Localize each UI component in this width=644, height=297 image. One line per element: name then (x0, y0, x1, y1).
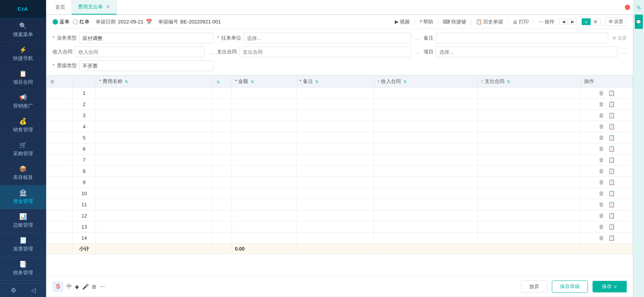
sidebar-item-marketing[interactable]: 📢 营销推广 (0, 90, 46, 114)
row-income-contract-cell[interactable] (374, 99, 477, 110)
delete-row-button[interactable]: 🗑 (597, 201, 606, 208)
delete-row-button[interactable]: 🗑 (597, 123, 606, 130)
row-amount-cell[interactable] (232, 210, 296, 221)
sidebar-item-tax[interactable]: 📑 税务管理 (0, 257, 46, 280)
copy-row-button[interactable]: 📋 (607, 156, 616, 164)
right-panel-attach[interactable]: 📎 (635, 0, 643, 15)
sidebar-item-assets[interactable]: 🏢 固定资产 (0, 280, 46, 283)
row-income-contract-cell[interactable] (374, 132, 477, 143)
col-note-header[interactable]: * 备注 ⇅ (296, 76, 374, 88)
copy-row-button[interactable]: 📋 (607, 123, 616, 130)
delete-row-button[interactable]: 🗑 (597, 167, 606, 175)
col-expense-contract-header[interactable]: ↑ 支出合同 ⇅ (477, 76, 581, 88)
delete-row-button[interactable]: 🗑 (597, 111, 606, 119)
row-note-cell[interactable] (296, 210, 374, 221)
row-expense-name-cell[interactable] (96, 110, 212, 121)
row-income-contract-cell[interactable] (374, 210, 477, 221)
copy-row-button[interactable]: 📋 (607, 89, 616, 97)
delete-row-button[interactable]: 🗑 (597, 189, 606, 197)
row-note-cell[interactable] (296, 99, 374, 110)
sidebar-item-sales[interactable]: 💰 销售管理 (0, 114, 46, 138)
row-expense-contract-cell[interactable] (477, 88, 581, 99)
delete-row-button[interactable]: 🗑 (597, 89, 606, 97)
row-amount-cell[interactable] (232, 232, 296, 244)
row-expense-name-cell[interactable] (96, 132, 212, 143)
delete-row-button[interactable]: 🗑 (597, 178, 606, 186)
delete-row-button[interactable]: 🗑 (597, 223, 606, 231)
row-expense-contract-cell[interactable] (477, 121, 581, 132)
row-expense-contract-cell[interactable] (477, 177, 581, 188)
row-amount-cell[interactable] (232, 221, 296, 232)
copy-row-button[interactable]: 📋 (607, 189, 616, 197)
copy-row-button[interactable]: 📋 (607, 145, 616, 153)
sidebar-item-invoice[interactable]: 🧾 发票管理 (0, 233, 46, 257)
remark-input[interactable] (436, 33, 608, 43)
col-sort-header[interactable]: ⇅ (212, 76, 232, 88)
red-bill-option[interactable]: 红单 (73, 18, 89, 25)
sidebar-item-accounting[interactable]: 📊 总账管理 (0, 209, 46, 233)
delete-row-button[interactable]: 🗑 (597, 156, 606, 164)
expense-contract-input[interactable] (239, 46, 411, 57)
copy-row-button[interactable]: 📋 (607, 234, 616, 242)
row-amount-cell[interactable] (232, 99, 296, 110)
discard-button[interactable]: 放弃 (521, 280, 547, 293)
save-draft-button[interactable]: 保存草稿 (552, 280, 588, 293)
row-expense-name-cell[interactable] (96, 166, 212, 177)
row-income-contract-cell[interactable] (374, 166, 477, 177)
row-amount-cell[interactable] (232, 132, 296, 143)
row-note-cell[interactable] (296, 177, 374, 188)
row-expense-name-cell[interactable] (96, 121, 212, 132)
invoice-type-select[interactable]: 不开票 (79, 60, 214, 71)
row-note-cell[interactable] (296, 221, 374, 232)
row-income-contract-cell[interactable] (374, 188, 477, 199)
tab-close-icon[interactable]: ✕ (106, 4, 110, 10)
sidebar-item-purchase[interactable]: 🛒 采购管理 (0, 138, 46, 161)
red-radio[interactable] (73, 19, 78, 25)
col-settings-header[interactable]: ⚙ (47, 76, 73, 88)
row-income-contract-cell[interactable] (374, 221, 477, 232)
row-expense-contract-cell[interactable] (477, 110, 581, 121)
row-note-cell[interactable] (296, 143, 374, 154)
row-expense-contract-cell[interactable] (477, 154, 581, 166)
remark-set-icon[interactable]: ⚙ 设置 (612, 35, 627, 41)
sidebar-item-project[interactable]: 📋 项目合同 (0, 66, 46, 90)
copy-row-button[interactable]: 📋 (607, 134, 616, 141)
row-note-cell[interactable] (296, 121, 374, 132)
income-contract-input[interactable] (75, 46, 205, 57)
row-expense-name-cell[interactable] (96, 177, 212, 188)
row-expense-contract-cell[interactable] (477, 188, 581, 199)
save-button[interactable]: 保存 ∨ (593, 281, 627, 292)
row-note-cell[interactable] (296, 88, 374, 99)
copy-row-button[interactable]: 📋 (607, 178, 616, 186)
sidebar-item-inventory[interactable]: 📦 库存核算 (0, 161, 46, 185)
row-expense-name-cell[interactable] (96, 154, 212, 166)
row-amount-cell[interactable] (232, 177, 296, 188)
settings-bottom-icon[interactable]: ⚙ (11, 287, 16, 294)
partner-more-icon[interactable]: … (415, 35, 421, 41)
income-contract-more[interactable]: … (209, 49, 214, 55)
sidebar-item-capital[interactable]: 🏦 资金管理 (0, 185, 46, 209)
sidebar-item-search[interactable]: 🔍 搜索菜单 (0, 18, 46, 42)
row-expense-name-cell[interactable] (96, 188, 212, 199)
row-income-contract-cell[interactable] (374, 154, 477, 166)
sort-icon[interactable]: ⇅ (125, 80, 128, 84)
delete-row-button[interactable]: 🗑 (597, 234, 606, 242)
shortcut-action[interactable]: ⌨ 快捷键 (443, 18, 466, 25)
row-expense-name-cell[interactable] (96, 88, 212, 99)
nav-prev-button[interactable]: ◀ (559, 18, 568, 25)
row-expense-contract-cell[interactable] (477, 166, 581, 177)
sidebar-item-shortcut[interactable]: ⚡ 快捷导航 (0, 42, 46, 66)
print-action[interactable]: 🖨 打印 (513, 18, 529, 25)
sort-icon6[interactable]: ⇅ (507, 80, 510, 84)
calendar-icon[interactable]: 📅 (146, 19, 152, 25)
row-amount-cell[interactable] (232, 154, 296, 166)
delete-row-button[interactable]: 🗑 (597, 212, 606, 219)
row-expense-name-cell[interactable] (96, 232, 212, 244)
sort-icon3[interactable]: ⇅ (251, 80, 254, 84)
row-amount-cell[interactable] (232, 121, 296, 132)
partner-input[interactable] (243, 33, 411, 43)
row-expense-name-cell[interactable] (96, 99, 212, 110)
row-note-cell[interactable] (296, 188, 374, 199)
row-note-cell[interactable] (296, 132, 374, 143)
col-expense-name-header[interactable]: * 费用名称 ⇅ (96, 76, 212, 88)
